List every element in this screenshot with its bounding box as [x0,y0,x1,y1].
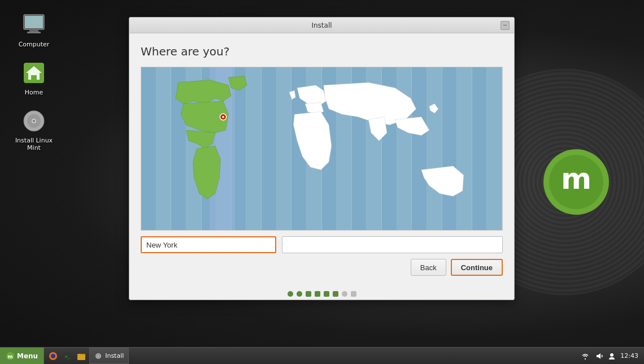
mint-menu-icon: m [6,352,15,361]
progress-dot-3 [306,291,311,297]
computer-icon-img [20,11,47,38]
progress-dot-7 [342,291,347,297]
install-icon-img [20,107,47,135]
desktop: Computer Home Install Lin [0,0,644,364]
world-map-svg [141,67,502,230]
world-map[interactable] [141,67,503,231]
svg-point-10 [33,120,35,122]
progress-dot-2 [297,291,302,297]
location-input[interactable]: New York [141,236,276,253]
svg-rect-6 [31,75,37,80]
continue-button[interactable]: Continue [451,259,503,276]
svg-point-19 [51,354,55,358]
progress-dot-5 [324,291,329,297]
back-button[interactable]: Back [411,259,446,276]
install-taskbar-icon [94,352,102,360]
install-mint-label: Install Linux Mint [11,137,56,151]
files-icon [76,351,86,361]
progress-dot-6 [333,291,338,297]
input-row: New York [141,236,503,253]
home-label: Home [25,89,43,96]
timezone-input[interactable] [282,236,503,253]
menu-label: Menu [17,352,38,360]
install-dialog: Install − Where are you? [129,17,515,300]
sound-icon [594,352,603,361]
svg-point-25 [98,355,99,357]
button-row: Back Continue [141,259,503,276]
taskbar-install-app[interactable]: Install [89,348,129,364]
taskbar: m Menu >_ [0,347,644,364]
progress-dot-1 [288,291,293,297]
browser-icon [48,351,58,361]
dialog-heading: Where are you? [141,45,503,58]
svg-rect-1 [25,16,43,28]
taskbar-terminal-icon[interactable]: >_ [61,350,73,362]
progress-dot-4 [315,291,320,297]
home-icon-img [20,59,47,86]
svg-text:m: m [561,162,591,196]
desktop-icons: Computer Home Install Lin [11,11,56,151]
mint-logo: m [542,148,610,216]
computer-icon[interactable]: Computer [11,11,56,48]
svg-text:m: m [7,354,12,359]
svg-point-26 [610,353,613,357]
taskbar-right: 12:43 [575,352,644,361]
svg-text:>_: >_ [65,354,70,359]
taskbar-app-area: >_ Install [44,348,132,364]
dialog-body: Where are you? [129,33,514,284]
network-icon [581,352,590,361]
dialog-titlebar: Install − [129,18,514,33]
progress-dots [129,284,514,300]
taskbar-time: 12:43 [620,352,638,359]
computer-label: Computer [19,41,50,48]
svg-rect-2 [29,29,38,32]
user-icon [608,352,616,360]
svg-point-15 [222,116,224,118]
dialog-title: Install [311,21,332,29]
taskbar-browser-icon[interactable] [47,350,59,362]
taskbar-menu-button[interactable]: m Menu [0,348,44,364]
taskbar-files-icon[interactable] [75,350,88,362]
taskbar-install-label: Install [105,352,124,359]
home-icon[interactable]: Home [11,59,56,96]
progress-dot-8 [351,291,356,297]
dialog-close-button[interactable]: − [501,21,510,30]
svg-rect-3 [27,32,41,33]
install-icon[interactable]: Install Linux Mint [11,107,56,151]
terminal-icon: >_ [62,351,72,361]
